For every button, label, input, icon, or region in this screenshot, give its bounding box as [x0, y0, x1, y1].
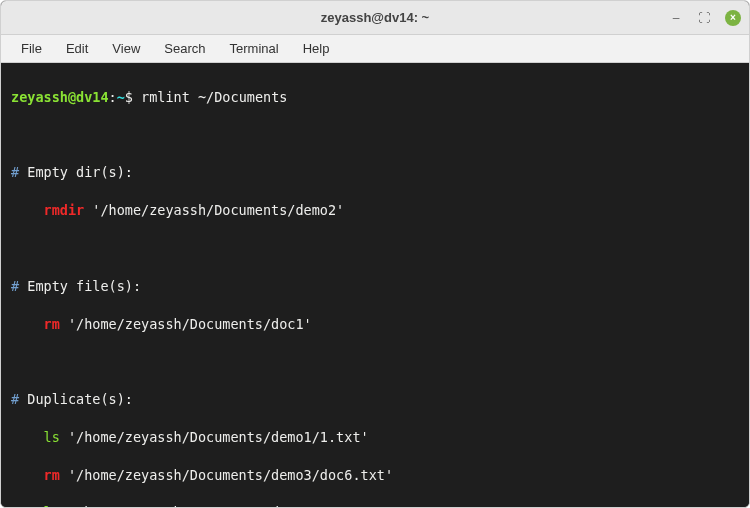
- section-emptydirs: Empty dir(s):: [19, 164, 133, 180]
- section-emptyfiles: Empty file(s):: [19, 278, 141, 294]
- window-controls: – ⛶ ×: [669, 10, 741, 26]
- menubar: File Edit View Search Terminal Help: [1, 35, 749, 63]
- close-button[interactable]: ×: [725, 10, 741, 26]
- rm-cmd: rm: [11, 316, 60, 332]
- menu-search[interactable]: Search: [154, 37, 215, 60]
- section-hash: #: [11, 391, 19, 407]
- section-hash: #: [11, 278, 19, 294]
- menu-file[interactable]: File: [11, 37, 52, 60]
- rm-path: '/home/zeyassh/Documents/demo3/doc6.txt': [60, 467, 393, 483]
- window-title: zeyassh@dv14: ~: [321, 10, 429, 25]
- menu-view[interactable]: View: [102, 37, 150, 60]
- rmdir-cmd: rmdir: [11, 202, 84, 218]
- menu-help[interactable]: Help: [293, 37, 340, 60]
- rm-path: '/home/zeyassh/Documents/doc1': [60, 316, 312, 332]
- command-1: rmlint ~/Documents: [141, 89, 287, 105]
- ls-path: '/home/zeyassh/Documents/demo1/1.txt': [60, 429, 369, 445]
- rmdir-path: '/home/zeyassh/Documents/demo2': [84, 202, 344, 218]
- prompt-sep: :: [109, 89, 117, 105]
- menu-terminal[interactable]: Terminal: [220, 37, 289, 60]
- section-dups: Duplicate(s):: [19, 391, 133, 407]
- rm-cmd: rm: [11, 467, 60, 483]
- prompt-sigil: $: [125, 89, 141, 105]
- prompt-userhost: zeyassh@dv14: [11, 89, 109, 105]
- ls-cmd: ls: [11, 504, 60, 507]
- terminal-area[interactable]: zeyassh@dv14:~$ rmlint ~/Documents # Emp…: [1, 63, 749, 507]
- prompt-cwd: ~: [117, 89, 125, 105]
- minimize-button[interactable]: –: [669, 11, 683, 25]
- menu-edit[interactable]: Edit: [56, 37, 98, 60]
- ls-cmd: ls: [11, 429, 60, 445]
- titlebar: zeyassh@dv14: ~ – ⛶ ×: [1, 1, 749, 35]
- section-hash: #: [11, 164, 19, 180]
- maximize-button[interactable]: ⛶: [697, 11, 711, 25]
- ls-path: '/home/zeyassh/Documents/doc3': [60, 504, 312, 507]
- terminal-window: zeyassh@dv14: ~ – ⛶ × File Edit View Sea…: [0, 0, 750, 508]
